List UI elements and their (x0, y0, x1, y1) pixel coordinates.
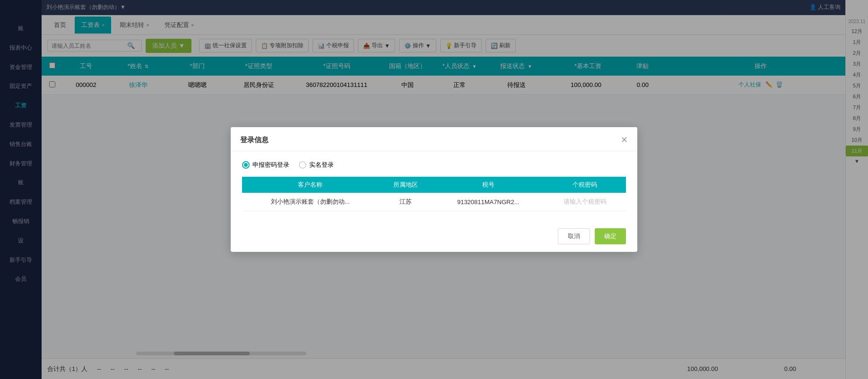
radio-password-login[interactable]: 申报密码登录 (242, 161, 289, 169)
radio-realname-indicator (299, 161, 306, 169)
modal-overlay: 登录信息 ✕ 申报密码登录 实名登录 客户名称 所属 (0, 0, 868, 379)
tax-password-cell[interactable]: 请输入个税密码 (544, 193, 626, 211)
dialog-close-button[interactable]: ✕ (621, 135, 628, 145)
client-name-cell: 刘小艳演示账套（勿删勿动... (242, 193, 378, 211)
login-type-radio-group: 申报密码登录 实名登录 (242, 161, 626, 169)
region-cell: 江苏 (378, 193, 433, 211)
password-col-header: 个税密码 (544, 177, 626, 193)
taxno-col-header: 税号 (433, 177, 544, 193)
taxno-cell: 91320811MA7NGR2... (433, 193, 544, 211)
radio-password-indicator (242, 161, 250, 169)
dialog-title: 登录信息 (240, 136, 269, 145)
confirm-button[interactable]: 确定 (595, 228, 626, 244)
radio-realname-login[interactable]: 实名登录 (299, 161, 334, 169)
dialog-footer: 取消 确定 (231, 221, 637, 252)
client-table: 客户名称 所属地区 税号 个税密码 刘小艳演示账套（勿删勿动... 江苏 913… (242, 177, 626, 211)
cancel-button[interactable]: 取消 (558, 228, 590, 244)
dialog-header: 登录信息 ✕ (231, 127, 637, 151)
login-dialog: 登录信息 ✕ 申报密码登录 实名登录 客户名称 所属 (231, 127, 637, 252)
region-col-header: 所属地区 (378, 177, 433, 193)
client-col-header: 客户名称 (242, 177, 378, 193)
client-table-row: 刘小艳演示账套（勿删勿动... 江苏 91320811MA7NGR2... 请输… (242, 193, 626, 211)
dialog-body: 申报密码登录 实名登录 客户名称 所属地区 税号 个税密码 (231, 151, 637, 221)
